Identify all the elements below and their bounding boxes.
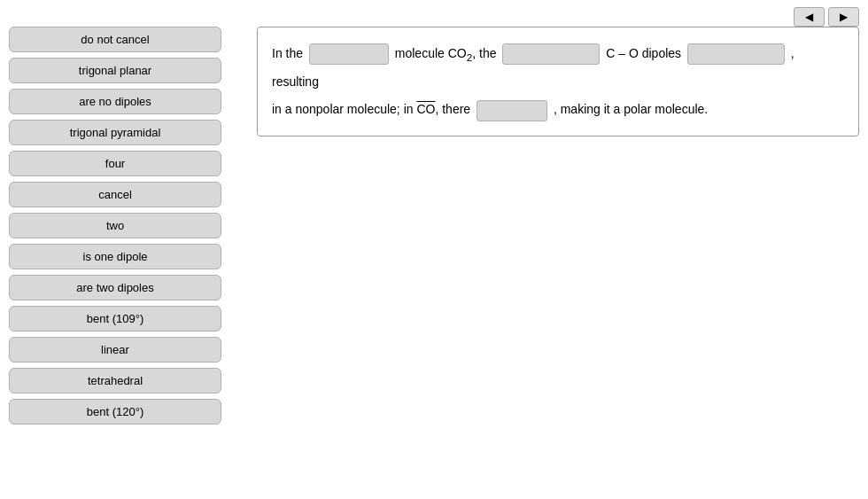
prev-button[interactable]: ◀ (794, 7, 825, 27)
question-text-co-dipoles: C – O dipoles (606, 46, 681, 60)
drag-item-bent-109[interactable]: bent (109°) (9, 306, 221, 331)
drag-item-bent-120[interactable]: bent (120°) (9, 399, 221, 425)
drag-item-do-not-cancel[interactable]: do not cancel (9, 27, 221, 52)
drag-items-panel: do not cancel trigonal planar are no dip… (9, 9, 239, 490)
question-text-3: in a nonpolar molecule; in CO, there (272, 102, 470, 116)
drop-zone-4[interactable] (477, 100, 547, 121)
drag-item-two[interactable]: two (9, 213, 221, 238)
drag-item-linear[interactable]: linear (9, 337, 221, 363)
drop-zone-2[interactable] (502, 43, 600, 65)
drag-item-trigonal-planar[interactable]: trigonal planar (9, 58, 221, 83)
drag-item-are-no-dipoles[interactable]: are no dipoles (9, 89, 221, 114)
drag-item-four[interactable]: four (9, 151, 221, 176)
drag-item-is-one-dipole[interactable]: is one dipole (9, 244, 221, 269)
drag-item-tetrahedral[interactable]: tetrahedral (9, 368, 221, 394)
next-button[interactable]: ▶ (828, 7, 859, 27)
drop-zone-3[interactable] (687, 43, 785, 65)
drag-item-trigonal-pyramidal[interactable]: trigonal pyramidal (9, 120, 221, 145)
question-text-1: In the (272, 46, 303, 60)
question-text-4: , making it a polar molecule. (554, 102, 708, 116)
drag-item-cancel[interactable]: cancel (9, 182, 221, 207)
question-panel: In the molecule CO2, the C – O dipoles ,… (257, 9, 859, 490)
drop-zone-1[interactable] (309, 43, 389, 65)
question-box: In the molecule CO2, the C – O dipoles ,… (257, 27, 859, 136)
drag-item-are-two-dipoles[interactable]: are two dipoles (9, 275, 221, 300)
question-text-2: molecule CO2, the (395, 46, 497, 60)
